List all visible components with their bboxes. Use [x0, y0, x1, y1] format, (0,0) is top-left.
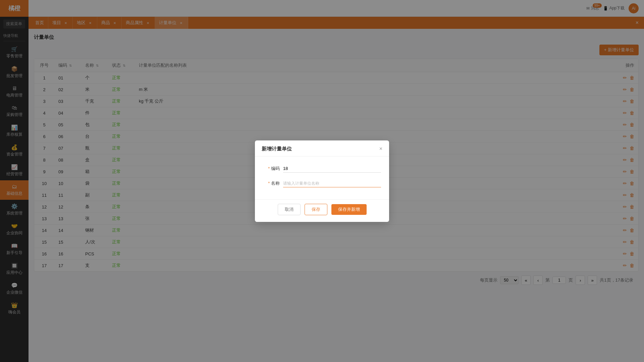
form-row-code: 编码: [263, 165, 381, 173]
save-button[interactable]: 保存: [305, 204, 327, 215]
save-new-button[interactable]: 保存并新增: [331, 204, 367, 215]
modal-overlay: 新增计量单位 × 编码 名称 取消 保存 保存并新增: [0, 0, 644, 362]
modal-body: 编码 名称: [255, 157, 389, 199]
modal-title: 新增计量单位: [262, 146, 292, 152]
add-unit-modal: 新增计量单位 × 编码 名称 取消 保存 保存并新增: [255, 140, 389, 222]
name-input[interactable]: [283, 179, 381, 187]
cancel-button[interactable]: 取消: [278, 204, 301, 215]
code-input[interactable]: [283, 165, 381, 173]
code-label: 编码: [263, 166, 280, 172]
modal-footer: 取消 保存 保存并新增: [255, 199, 389, 222]
form-row-name: 名称: [263, 179, 381, 187]
name-label: 名称: [263, 180, 280, 186]
modal-close-button[interactable]: ×: [379, 146, 382, 152]
modal-header: 新增计量单位 ×: [255, 140, 389, 157]
